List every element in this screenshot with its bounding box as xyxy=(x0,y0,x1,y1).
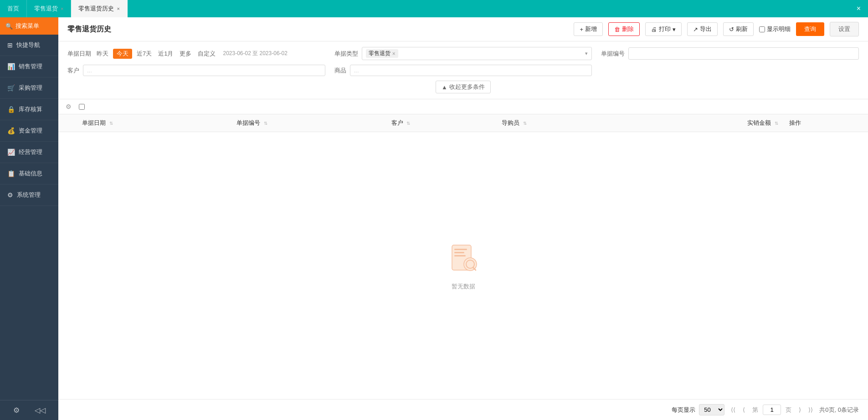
empty-text: 暂无数据 xyxy=(452,282,475,291)
sidebar-item-system[interactable]: ⚙ 系统管理 xyxy=(0,184,58,206)
date-opt-today[interactable]: 今天 xyxy=(113,49,132,59)
date-opt-1month[interactable]: 近1月 xyxy=(156,49,175,59)
quick-nav-icon: ⊞ xyxy=(7,41,13,49)
pagination: 每页显示 10 20 50 100 ⟨⟨ ⟨ 第 页 ⟩ ⟩⟩ 共0页, 0条记… xyxy=(58,399,868,420)
query-button[interactable]: 查询 xyxy=(796,22,824,36)
refresh-icon: ↺ xyxy=(729,26,734,33)
last-page-button[interactable]: ⟩⟩ xyxy=(806,405,816,414)
tab-retail-return-label: 零售退货 xyxy=(34,5,58,13)
sidebar-item-base-info[interactable]: 📋 基础信息 xyxy=(0,163,58,184)
prev-page-button[interactable]: ⟨ xyxy=(740,405,748,414)
data-table: 单据日期 ⇅ 单据编号 ⇅ 客户 ⇅ 导购员 ⇅ xyxy=(58,114,868,132)
close-retail-return-tab[interactable]: × xyxy=(61,6,63,11)
main-layout: 🔍 搜索菜单 ⊞ 快捷导航 📊 销售管理 🛒 采购管理 🔒 库存核算 💰 资金管… xyxy=(0,17,868,420)
sidebar-item-inventory[interactable]: 🔒 库存核算 xyxy=(0,99,58,120)
settings-button[interactable]: 设置 xyxy=(830,22,859,36)
date-filter-group: 单据日期 昨天 今天 近7天 近1月 更多 自定义 2023-06-02 至 2… xyxy=(67,49,325,59)
date-opt-custom[interactable]: 自定义 xyxy=(196,49,217,59)
sidebar-item-sales-label: 销售管理 xyxy=(19,62,42,71)
date-filter-label: 单据日期 xyxy=(67,50,91,58)
delete-button[interactable]: 🗑 删除 xyxy=(608,22,640,36)
footer-settings-icon[interactable]: ⚙ xyxy=(13,406,20,415)
col-date-label: 单据日期 xyxy=(82,119,106,126)
display-toggle-checkbox[interactable] xyxy=(759,26,765,32)
first-page-button[interactable]: ⟨⟨ xyxy=(728,405,738,414)
sidebar-item-purchase-mgmt[interactable]: 🛒 采购管理 xyxy=(0,77,58,99)
doc-type-input[interactable]: 零售退货 × ▾ xyxy=(362,47,592,60)
doc-type-tag-remove[interactable]: × xyxy=(392,51,395,57)
col-guide-sort[interactable]: ⇅ xyxy=(523,121,527,126)
new-button[interactable]: + 新增 xyxy=(574,22,603,36)
customer-label: 客户 xyxy=(67,67,79,75)
print-button[interactable]: 🖨 打印 ▾ xyxy=(645,22,682,36)
tab-home[interactable]: 首页 xyxy=(0,0,27,17)
sidebar-item-finance-label: 资金管理 xyxy=(19,127,42,135)
refresh-button[interactable]: ↺ 刷新 xyxy=(723,22,754,36)
display-toggle-label: 显示明细 xyxy=(767,25,791,33)
doc-type-value: 零售退货 xyxy=(369,50,390,57)
refresh-label: 刷新 xyxy=(736,25,748,33)
sidebar-item-quick-nav-label: 快捷导航 xyxy=(16,41,40,49)
base-info-icon: 📋 xyxy=(7,170,15,177)
close-retail-return-history-tab[interactable]: × xyxy=(117,6,119,11)
sidebar-item-finance[interactable]: 💰 资金管理 xyxy=(0,120,58,142)
date-range-display: 2023-06-02 至 2023-06-02 xyxy=(223,50,287,57)
date-options: 昨天 今天 近7天 近1月 更多 自定义 xyxy=(95,49,217,59)
col-no-label: 单据编号 xyxy=(236,119,260,126)
collapse-row: ▲ 收起更多条件 xyxy=(67,81,859,93)
doc-no-filter-group: 单据编号 xyxy=(601,47,859,60)
table-header-row: 单据日期 ⇅ 单据编号 ⇅ 客户 ⇅ 导购员 ⇅ xyxy=(58,114,868,132)
print-icon: 🖨 xyxy=(651,26,657,33)
table-toolbar: ⚙ xyxy=(58,99,868,114)
select-all-checkbox[interactable] xyxy=(79,104,85,110)
doc-no-input[interactable] xyxy=(628,47,859,60)
sidebar-item-operations-label: 经营管理 xyxy=(19,148,42,156)
sidebar-item-purchase-label: 采购管理 xyxy=(19,84,42,92)
sidebar: 🔍 搜索菜单 ⊞ 快捷导航 📊 销售管理 🛒 采购管理 🔒 库存核算 💰 资金管… xyxy=(0,17,58,420)
window-close-button[interactable]: × xyxy=(849,5,868,13)
sidebar-item-quick-nav[interactable]: ⊞ 快捷导航 xyxy=(0,35,58,56)
col-guide-label: 导购员 xyxy=(502,119,519,126)
col-amount-sort[interactable]: ⇅ xyxy=(775,121,778,126)
date-opt-yesterday[interactable]: 昨天 xyxy=(95,49,110,59)
empty-state: 暂无数据 xyxy=(58,132,868,399)
tab-retail-return[interactable]: 零售退货 × xyxy=(27,0,71,17)
date-opt-7days[interactable]: 近7天 xyxy=(135,49,154,59)
top-tab-bar: 首页 零售退货 × 零售退货历史 × × xyxy=(0,0,868,17)
page-input[interactable] xyxy=(763,405,781,415)
sidebar-item-base-info-label: 基础信息 xyxy=(19,169,42,178)
col-customer-label: 客户 xyxy=(391,119,403,126)
inventory-icon: 🔒 xyxy=(7,106,15,113)
col-guide: 导购员 ⇅ xyxy=(496,114,629,132)
search-icon: 🔍 xyxy=(5,23,13,30)
next-page-button[interactable]: ⟩ xyxy=(796,405,804,414)
table-container: ⚙ 单据日期 ⇅ 单据编号 ⇅ xyxy=(58,99,868,399)
col-date-sort[interactable]: ⇅ xyxy=(109,121,113,126)
collapse-button[interactable]: ▲ 收起更多条件 xyxy=(436,81,491,93)
footer-audio-icon[interactable]: ◁◁ xyxy=(35,406,46,415)
col-no-sort[interactable]: ⇅ xyxy=(264,121,267,126)
goods-filter-group: 商品 ... xyxy=(334,65,592,76)
sidebar-item-operations[interactable]: 📈 经营管理 xyxy=(0,142,58,163)
goods-input[interactable]: ... xyxy=(350,65,592,76)
col-customer-sort[interactable]: ⇅ xyxy=(406,121,410,126)
filter-row-2: 客户 ... 商品 ... xyxy=(67,65,859,76)
new-icon: + xyxy=(580,26,583,33)
table-settings-icon[interactable]: ⚙ xyxy=(66,103,72,110)
sidebar-item-sales-mgmt[interactable]: 📊 销售管理 xyxy=(0,56,58,77)
sidebar-search[interactable]: 🔍 搜索菜单 xyxy=(0,17,58,35)
tab-retail-return-history[interactable]: 零售退货历史 × xyxy=(71,0,127,17)
page-title: 零售退货历史 xyxy=(67,25,111,34)
doc-type-tag: 零售退货 × xyxy=(366,49,398,58)
delete-label: 删除 xyxy=(622,25,634,33)
goods-placeholder: ... xyxy=(354,67,359,74)
display-toggle[interactable]: 显示明细 xyxy=(759,25,791,33)
new-label: 新增 xyxy=(585,25,597,33)
date-opt-more[interactable]: 更多 xyxy=(178,49,193,59)
export-button[interactable]: ↗ 导出 xyxy=(687,22,718,36)
doc-type-dropdown-arrow[interactable]: ▾ xyxy=(585,51,588,56)
per-page-select[interactable]: 10 20 50 100 xyxy=(699,404,724,415)
customer-input[interactable]: ... xyxy=(83,65,325,76)
svg-rect-1 xyxy=(454,249,467,250)
sales-icon: 📊 xyxy=(7,63,15,70)
